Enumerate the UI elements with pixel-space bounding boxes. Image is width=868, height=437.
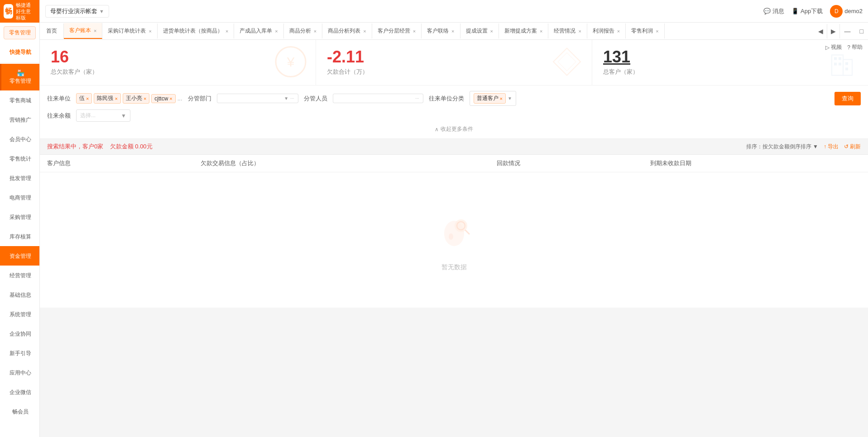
filter-tag-close-icon[interactable]: × (115, 96, 117, 101)
filter-tag-close-icon[interactable]: × (169, 96, 172, 101)
empty-icon (434, 209, 475, 258)
tab-close-icon[interactable]: × (490, 28, 493, 34)
sidebar-item-app-center[interactable]: 应用中心 (0, 363, 39, 382)
stat-debit-amount-value: -2.11 (327, 49, 368, 65)
tab-close-icon[interactable]: × (275, 28, 278, 34)
sort-button[interactable]: 排序：按欠款金额倒序排序 ▼ (746, 143, 818, 151)
tab-home[interactable]: 首页 (40, 24, 64, 38)
filter-tag-close-icon[interactable]: × (500, 96, 503, 101)
col-customer-info: 客户信息 (40, 155, 193, 172)
sidebar-item-guide[interactable]: 新手引导 (0, 343, 39, 363)
stat-body: 131 总客户（家） (603, 49, 638, 76)
sidebar-item-operations[interactable]: 经营管理 (0, 266, 39, 285)
filter-tag-cjttcw[interactable]: cjttcw × (151, 94, 175, 103)
sidebar-item-member[interactable]: 会员中心 (0, 129, 39, 149)
tab-close-icon[interactable]: × (617, 28, 620, 34)
svg-rect-10 (845, 62, 848, 65)
sidebar-item-system[interactable]: 系统管理 (0, 304, 39, 324)
tab-retail-profit[interactable]: 零售利润 × (626, 24, 664, 38)
tab-close-icon[interactable]: × (451, 28, 454, 34)
message-icon: 💬 (763, 8, 771, 14)
account-selector[interactable]: 母婴行业演示帐套 ▼ (45, 5, 109, 18)
tab-close-icon[interactable]: × (149, 28, 151, 34)
export-button[interactable]: ↑ 导出 (824, 143, 839, 151)
tab-product-analysis[interactable]: 商品分析 × (284, 24, 322, 38)
tab-purchase-order-stats[interactable]: 采购订单统计表 × (102, 24, 157, 38)
collapse-filter-button[interactable]: ∧ 收起更多条件 (435, 125, 473, 133)
results-actions: 排序：按欠款金额倒序排序 ▼ ↑ 导出 ↺ 刷新 (746, 143, 861, 151)
sidebar-item-retail-stats[interactable]: 零售统计 (0, 149, 39, 168)
filter-person-input[interactable]: ··· (333, 94, 423, 103)
chevron-up-icon: ∧ (435, 126, 439, 133)
results-summary: 搜索结果中，客户0家 欠款金额 0.00元 (47, 142, 153, 151)
tab-customer-tier[interactable]: 客户分层经营 × (372, 24, 422, 38)
user-profile[interactable]: D demo2 (830, 5, 863, 18)
svg-rect-6 (834, 57, 837, 60)
filter-label-unit: 往来单位 (47, 95, 71, 103)
export-icon: ↑ (824, 143, 826, 150)
sidebar-item-quick-nav[interactable]: 快捷导航 (0, 43, 39, 62)
tab-product-analysis-list[interactable]: 商品分析列表 × (322, 24, 372, 38)
tab-maximize-button[interactable]: □ (855, 24, 868, 38)
sidebar-item-vip[interactable]: 畅会员 (0, 402, 39, 421)
tab-prev-arrow[interactable]: ◀ (815, 24, 827, 38)
sidebar-search-area: 零售管理 (0, 23, 39, 43)
filter-dept-select[interactable]: ▼ ··· (217, 94, 298, 103)
tab-minimize-button[interactable]: — (840, 24, 855, 38)
refresh-button[interactable]: ↺ 刷新 (844, 143, 861, 151)
chevron-down-icon: ▼ (99, 9, 104, 14)
tab-production-inbound[interactable]: 产成品入库单 × (234, 24, 283, 38)
sidebar-item-label: 零售商城 (3, 97, 38, 104)
tab-commission-settings[interactable]: 提成设置 × (460, 24, 499, 38)
tab-customer-contact[interactable]: 客户联络 × (422, 24, 460, 38)
sidebar-item-label: 基础信息 (3, 291, 38, 299)
tab-close-icon[interactable]: × (225, 28, 228, 34)
tab-new-commission[interactable]: 新增提成方案 × (499, 24, 548, 38)
filter-tag-chen[interactable]: 陈民强 × (94, 93, 120, 104)
sidebar-item-purchase[interactable]: 采购管理 (0, 207, 39, 227)
tab-close-icon[interactable]: × (363, 28, 366, 34)
tab-profit-report[interactable]: 利润报告 × (587, 24, 626, 38)
sidebar-item-basics[interactable]: 基础信息 (0, 285, 39, 304)
filter-tag-close-icon[interactable]: × (86, 96, 89, 101)
tab-next-arrow[interactable]: ▶ (827, 24, 840, 38)
results-bar: 搜索结果中，客户0家 欠款金额 0.00元 排序：按欠款金额倒序排序 ▼ ↑ 导… (40, 139, 868, 155)
messages-button[interactable]: 💬 消息 (763, 7, 784, 15)
app-download-button[interactable]: 📱 App下载 (791, 7, 823, 15)
sidebar-item-wholesale[interactable]: 批发管理 (0, 168, 39, 188)
filter-classify-select[interactable]: 普通客户 × ▼ (470, 91, 516, 106)
tab-close-icon[interactable]: × (314, 28, 317, 34)
search-menu-button[interactable]: 零售管理 (4, 26, 36, 39)
filter-label-balance: 往来余额 (47, 112, 71, 120)
sidebar-item-marketing[interactable]: 营销推广 (0, 110, 39, 129)
tab-inbound-stats[interactable]: 进货单统计表（按商品） × (158, 24, 234, 38)
sidebar-item-ecommerce[interactable]: 电商管理 (0, 188, 39, 207)
filter-tag-close-icon[interactable]: × (144, 96, 146, 101)
filter-more-button[interactable]: ... (177, 95, 182, 102)
tab-close-icon[interactable]: × (656, 28, 658, 34)
svg-text:¥: ¥ (287, 54, 295, 69)
sidebar-item-retail-mall[interactable]: 零售商城 (0, 90, 39, 110)
sidebar-item-label: 零售管理 (3, 77, 38, 85)
filter-tag-wang[interactable]: 王小亮 × (123, 93, 149, 104)
sidebar-item-collaboration[interactable]: 企业协同 (0, 324, 39, 343)
tab-close-icon[interactable]: × (578, 28, 581, 34)
svg-rect-9 (839, 63, 841, 66)
tab-customer-ledger[interactable]: 客户账本 × (64, 23, 102, 39)
filter-tag-wu[interactable]: 伍 × (76, 93, 92, 104)
svg-point-16 (449, 233, 453, 240)
sidebar-item-zero-retail[interactable]: 🏪 零售管理 (0, 64, 39, 90)
tab-close-icon[interactable]: × (540, 28, 542, 34)
sidebar-item-wechat[interactable]: 企业微信 (0, 382, 39, 402)
tab-business-status[interactable]: 经营情况 × (548, 24, 587, 38)
query-button[interactable]: 查询 (834, 92, 861, 105)
filter-label-person: 分管人员 (304, 95, 327, 103)
tab-close-icon[interactable]: × (413, 28, 416, 34)
filter-row-2: 往来余额 选择... ▼ (47, 109, 861, 122)
sidebar-item-finance[interactable]: 资金管理 (0, 246, 39, 266)
sidebar-item-label: 采购管理 (3, 214, 38, 221)
filter-tag-normal-customer[interactable]: 普通客户 × (474, 93, 506, 104)
tab-close-icon[interactable]: × (94, 28, 96, 33)
sidebar-item-inventory[interactable]: 库存核算 (0, 227, 39, 246)
filter-balance-select[interactable]: 选择... ▼ (76, 109, 130, 122)
